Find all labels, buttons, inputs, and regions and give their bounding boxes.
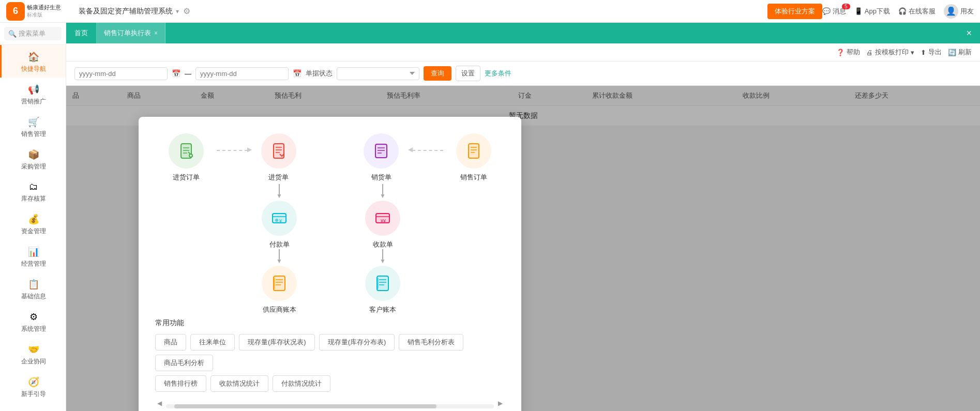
export-button[interactable]: ⬆ 导出 [921,48,942,57]
sales-bill-icon [364,133,399,169]
scroll-right-arrow[interactable]: ▶ [496,400,505,407]
setting-button[interactable]: 设置 [456,66,480,81]
collab-icon: 🤝 [28,344,39,355]
settings-gear-icon[interactable]: ⚙ [183,6,190,16]
page-toolbar: ❓ 帮助 🖨 按模板打印 ▾ ⬆ 导出 🔄 刷新 [66,43,980,62]
sidebar-item-sales[interactable]: 🛒 销售管理 [0,110,66,143]
online-service-item[interactable]: 🎧 在线客服 [898,7,936,16]
func-btn-partner[interactable]: 往来单位 [190,334,235,351]
system-title: 装备及固定资产辅助管理系统 ▾ ⚙ [72,6,761,16]
tab-sales-order-exec[interactable]: 销售订单执行表 × [97,23,165,43]
tab-bar-close-icon[interactable]: × [958,28,980,39]
tab-close-icon[interactable]: × [154,29,158,37]
purchase-order-icon [169,133,204,169]
flow-node-payment-bill: ¥ 付款单 [248,201,310,249]
query-button[interactable]: 查询 [424,66,451,81]
flow-node-receipt-bill: ¥¥ 收款单 [352,201,414,249]
finance-icon: 💰 [28,214,39,225]
func-btn-receipt-stats[interactable]: 收款情况统计 [210,375,268,392]
sidebar-item-collab[interactable]: 🤝 企业协同 [0,338,66,370]
modal-overlay[interactable]: 进货订单 ▶ [66,86,980,411]
sidebar-item-basic[interactable]: 📋 基础信息 [0,272,66,305]
receipt-bill-icon: ¥¥ [365,201,400,236]
scrollbar-thumb[interactable] [174,404,436,408]
sidebar-item-newbie[interactable]: 🧭 新手引导 [0,370,66,403]
sidebar-item-system[interactable]: ⚙ 系统管理 [0,305,66,338]
mobile-icon: 📱 [854,7,863,15]
sidebar-item-inventory[interactable]: 🗂 库存核算 [0,175,66,207]
trial-button[interactable]: 体验行业方案 [767,4,822,19]
search-icon: 🔍 [8,30,17,38]
filter-area: 📅 — 📅 单据状态 查询 设置 更多条件 [66,62,980,86]
sidebar: 🔍 搜索菜单 🏠 快捷导航 📢 营销推广 🛒 销售管理 📦 采购管理 [0,23,66,411]
svg-rect-18 [469,144,479,158]
func-btn-stock-dist[interactable]: 现存量(库存分布表) [319,334,395,351]
page-content: 品 商品 金额 预估毛利 预估毛利率 订金 累计收款金额 收款比例 还差多少天 [66,86,980,411]
refresh-button[interactable]: 🔄 刷新 [948,48,972,57]
func-btn-sales-rank[interactable]: 销售排行榜 [155,375,206,392]
quick-nav-icon: 🏠 [28,51,39,63]
top-bar: 6 畅康通好生意 标准版 装备及固定资产辅助管理系统 ▾ ⚙ 体验行业方案 💬 … [0,0,980,23]
system-icon: ⚙ [29,311,38,323]
page-inner: ❓ 帮助 🖨 按模板打印 ▾ ⬆ 导出 🔄 刷新 [66,43,980,411]
dropdown-arrow-icon[interactable]: ▾ [176,8,179,15]
flow-node-purchase-order: 进货订单 [155,133,217,182]
svg-rect-37 [273,278,275,289]
newbie-icon: 🧭 [28,376,39,388]
func-buttons-row2: 销售排行榜 收款情况统计 付款情况统计 [155,375,505,392]
calendar-icon[interactable]: 📅 [172,69,180,78]
func-btn-payment-stats[interactable]: 付款情况统计 [273,375,330,392]
help-icon: ❓ [836,49,845,56]
print-icon: 🖨 [866,49,873,56]
svg-rect-43 [376,278,379,289]
sales-order-icon [456,133,491,169]
template-print-button[interactable]: 🖨 按模板打印 ▾ [866,48,914,57]
content-area: 首页 销售订单执行表 × × ❓ 帮助 🖨 [66,23,980,411]
help-button[interactable]: ❓ 帮助 [836,48,860,57]
sidebar-item-operation[interactable]: 📊 经营管理 [0,240,66,272]
message-badge: 5 [842,4,850,9]
modal-scrollbar[interactable] [166,404,494,408]
logo-area: 6 畅康通好生意 标准版 [6,2,72,21]
flow-node-purchase-bill: 进货单 [248,133,309,182]
top-right-icons: 💬 消息 5 📱 App下载 🎧 在线客服 👤 用友 [822,4,974,19]
user-item[interactable]: 👤 用友 [944,4,974,19]
flow-node-customer-ledger: 客户账本 [352,266,414,314]
more-conditions-link[interactable]: 更多条件 [485,69,511,78]
message-icon: 💬 [822,7,831,15]
func-btn-product-profit[interactable]: 商品毛利分析 [155,355,213,371]
purchase-bill-icon [261,133,296,169]
refresh-icon: 🔄 [948,49,956,56]
avatar: 👤 [944,4,958,19]
func-btn-stock-status[interactable]: 现存量(库存状况表) [239,334,315,351]
operation-icon: 📊 [28,246,39,257]
common-functions-title: 常用功能 [155,318,505,328]
message-icon-item[interactable]: 💬 消息 5 [822,7,846,16]
status-select[interactable] [337,67,419,80]
modal-box: 进货订单 ▶ [139,117,521,411]
tab-home[interactable]: 首页 [66,23,97,43]
user-name: 用友 [960,7,974,16]
tab-bar: 首页 销售订单执行表 × × [66,23,980,43]
flow-node-sales-order: 销售订单 [443,133,505,182]
calendar-icon-2[interactable]: 📅 [293,69,301,78]
svg-text:¥¥: ¥¥ [380,218,386,223]
sidebar-item-quick-nav[interactable]: 🏠 快捷导航 [0,45,66,78]
date-to-input[interactable] [195,67,289,80]
func-btn-sales-profit[interactable]: 销售毛利分析表 [399,334,463,351]
scroll-left-arrow[interactable]: ◀ [155,400,164,407]
svg-rect-32 [274,276,285,291]
system-name: 装备及固定资产辅助管理系统 [79,7,173,16]
date-from-input[interactable] [74,67,168,80]
sidebar-item-purchase[interactable]: 📦 采购管理 [0,143,66,175]
export-icon: ⬆ [921,49,926,56]
svg-point-26 [275,219,278,222]
sidebar-item-marketing[interactable]: 📢 营销推广 [0,78,66,110]
inventory-icon: 🗂 [29,181,38,192]
headset-icon: 🎧 [898,7,907,15]
app-download-item[interactable]: 📱 App下载 [854,7,890,16]
svg-rect-38 [377,276,388,291]
func-btn-product[interactable]: 商品 [155,334,186,351]
sidebar-item-finance[interactable]: 💰 资金管理 [0,207,66,240]
sidebar-search[interactable]: 🔍 搜索菜单 [0,23,66,45]
